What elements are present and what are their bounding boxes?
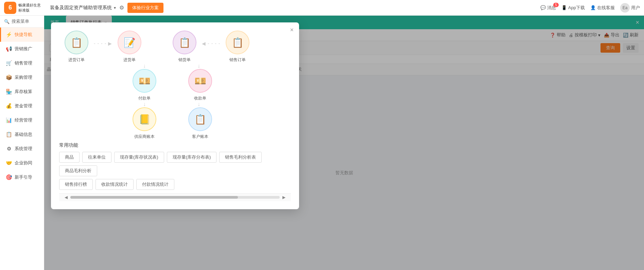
sales-icon: 🛒 <box>6 60 12 66</box>
sidebar-item-label: 经营管理 <box>15 117 32 123</box>
purchase-order-icon: 📋 <box>65 31 88 54</box>
arrow-2: ◀ - - - - <box>202 41 220 46</box>
payment-icon: 💴 <box>133 69 156 93</box>
flow-node-purchase-bill[interactable]: 📝 进货单 <box>118 31 141 63</box>
finance-icon: 💰 <box>6 103 12 109</box>
user-avatar: Ea <box>620 3 630 13</box>
func-row-1: 商品往来单位现存量(库存状况表)现存量(库存分布表)销售毛利分析表商品毛利分析 <box>59 152 291 176</box>
sidebar-item-label: 资金管理 <box>15 103 32 109</box>
flow-arrows-v2: ↓ ↓ <box>59 101 291 107</box>
arrow-down-payment: ↓ <box>127 63 162 69</box>
sidebar-item-label: 库存核算 <box>15 89 32 95</box>
flow-node-customer-ledger[interactable]: 📋 客户账本 <box>188 107 212 140</box>
payment-label: 付款单 <box>138 95 151 101</box>
message-button[interactable]: 💬 消息 5 <box>540 5 556 11</box>
message-badge: 5 <box>553 3 559 7</box>
top-right-area: 💬 消息 5 📱 App下载 👤 在线客服 Ea 用户 <box>540 3 640 13</box>
sales-order-icon: 📋 <box>226 31 249 54</box>
sidebar-item-basic[interactable]: 📋基础信息 <box>0 127 44 142</box>
settings-icon[interactable]: ⚙ <box>119 4 124 11</box>
flow-node-supplier-ledger[interactable]: 📒 供应商账本 <box>133 107 156 140</box>
content-area: 首页 销售订单执行表 × × ❓ 帮助 🖨 按模板打印 ▾ <box>44 16 644 270</box>
func-btn-销售毛利分析表[interactable]: 销售毛利分析表 <box>219 152 262 163</box>
scroll-track[interactable] <box>70 196 280 199</box>
sidebar-item-purchase[interactable]: 📦采购管理 <box>0 70 44 85</box>
service-icon: 👤 <box>590 5 596 10</box>
flow-row-2: 💴 付款单 💴 收款单 <box>59 69 291 101</box>
sidebar-item-label: 基础信息 <box>15 131 32 138</box>
flow-node-sales-bill[interactable]: 📋 销货单 <box>173 31 196 63</box>
logo-area: 6 畅康通好生意 标准版 <box>4 2 47 14</box>
flow-modal: × 📋 进货订单 - - - - ▶ <box>51 22 299 209</box>
receipt-icon: 💴 <box>188 69 212 93</box>
func-btn-现存量(库存分布表)[interactable]: 现存量(库存分布表) <box>167 152 217 163</box>
sidebar-item-enterprise[interactable]: 🤝企业协同 <box>0 156 44 170</box>
sidebar-item-label: 采购管理 <box>15 74 32 80</box>
basic-icon: 📋 <box>6 131 12 138</box>
purchase-bill-label: 进货单 <box>123 57 136 63</box>
flow-row-3: 📒 供应商账本 📋 客户账本 <box>59 107 291 140</box>
quicknav-icon: ⚡ <box>6 32 12 38</box>
sidebar-item-inventory[interactable]: 🏪库存核算 <box>0 85 44 99</box>
sidebar-item-quicknav[interactable]: ⚡快捷导航 <box>0 28 44 42</box>
common-functions: 常用功能 商品往来单位现存量(库存状况表)现存量(库存分布表)销售毛利分析表商品… <box>59 142 291 190</box>
supplier-ledger-icon: 📒 <box>133 107 156 131</box>
message-icon: 💬 <box>540 5 546 10</box>
flow-arrows-v: ↓ ↓ <box>59 63 291 69</box>
download-icon: 📱 <box>561 5 567 10</box>
sidebar-item-operations[interactable]: 📊经营管理 <box>0 113 44 127</box>
search-icon: 🔍 <box>4 19 10 24</box>
receipt-label: 收款单 <box>194 95 206 101</box>
enterprise-icon: 🤝 <box>6 160 12 166</box>
flow-row-1: 📋 进货订单 - - - - ▶ 📝 进货单 <box>59 31 291 63</box>
arrow-down-customer: ↓ <box>181 101 216 107</box>
modal-overlay: × 📋 进货订单 - - - - ▶ <box>44 16 644 270</box>
system-icon: ⚙ <box>6 146 12 152</box>
common-functions-title: 常用功能 <box>59 142 291 148</box>
user-menu[interactable]: Ea 用户 <box>620 3 640 13</box>
purchase-order-label: 进货订单 <box>68 57 85 63</box>
trial-button[interactable]: 体验行业方案 <box>127 3 163 13</box>
sidebar-item-sales[interactable]: 🛒销售管理 <box>0 56 44 70</box>
flow-node-receipt[interactable]: 💴 收款单 <box>188 69 212 101</box>
system-dropdown-icon[interactable]: ▾ <box>114 5 116 10</box>
modal-close-button[interactable]: × <box>290 26 294 34</box>
scroll-left-icon[interactable]: ◀ <box>65 195 68 200</box>
sales-order-label: 销售订单 <box>229 57 246 63</box>
sidebar: 🔍 搜索菜单 ⚡快捷导航📢营销推广🛒销售管理📦采购管理🏪库存核算💰资金管理📊经营… <box>0 16 44 270</box>
purchase-bill-icon: 📝 <box>118 31 141 54</box>
func-btn-付款情况统计[interactable]: 付款情况统计 <box>136 179 174 190</box>
app-download-button[interactable]: 📱 App下载 <box>561 5 585 11</box>
func-btn-销售排行榜[interactable]: 销售排行榜 <box>59 179 93 190</box>
scroll-right-icon[interactable]: ▶ <box>282 195 285 200</box>
online-service-button[interactable]: 👤 在线客服 <box>590 5 615 11</box>
system-title: 装备及固定资产辅助管理系统 ▾ <box>50 5 116 11</box>
sidebar-item-label: 系统管理 <box>15 146 32 152</box>
sidebar-item-label: 营销推广 <box>15 46 32 52</box>
scroll-thumb <box>70 196 238 199</box>
operations-icon: 📊 <box>6 117 12 123</box>
sidebar-item-guide[interactable]: 🎯新手引导 <box>0 170 44 184</box>
sidebar-item-label: 销售管理 <box>15 60 32 66</box>
supplier-ledger-label: 供应商账本 <box>134 134 155 140</box>
customer-ledger-icon: 📋 <box>188 107 212 131</box>
sidebar-item-system[interactable]: ⚙系统管理 <box>0 142 44 156</box>
sidebar-item-marketing[interactable]: 📢营销推广 <box>0 42 44 56</box>
func-btn-商品毛利分析[interactable]: 商品毛利分析 <box>59 165 97 176</box>
flow-node-sales-order[interactable]: 📋 销售订单 <box>226 31 249 63</box>
sidebar-item-finance[interactable]: 💰资金管理 <box>0 99 44 113</box>
purchase-icon: 📦 <box>6 74 12 80</box>
customer-ledger-label: 客户账本 <box>192 134 208 140</box>
func-btn-商品[interactable]: 商品 <box>59 152 80 163</box>
arrow-1: - - - - ▶ <box>94 41 112 46</box>
arrow-down-supplier: ↓ <box>127 101 162 107</box>
func-btn-往来单位[interactable]: 往来单位 <box>82 152 111 163</box>
flow-node-purchase-order[interactable]: 📋 进货订单 <box>65 31 88 63</box>
flow-node-payment[interactable]: 💴 付款单 <box>133 69 156 101</box>
func-btn-收款情况统计[interactable]: 收款情况统计 <box>95 179 134 190</box>
search-menu-button[interactable]: 🔍 搜索菜单 <box>0 16 44 28</box>
sales-bill-label: 销货单 <box>178 57 191 63</box>
inventory-icon: 🏪 <box>6 89 12 95</box>
func-row-2: 销售排行榜收款情况统计付款情况统计 <box>59 179 291 190</box>
func-btn-现存量(库存状况表)[interactable]: 现存量(库存状况表) <box>114 152 164 163</box>
